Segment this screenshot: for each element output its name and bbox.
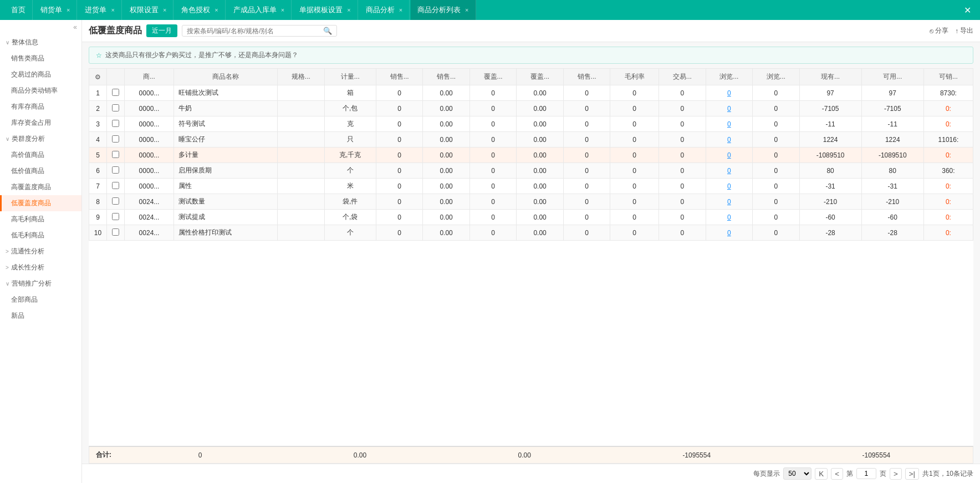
- sidebar-item-低毛利商品[interactable]: 低毛利商品: [0, 227, 81, 243]
- sidebar-item-高覆盖度商品[interactable]: 高覆盖度商品: [0, 179, 81, 195]
- sidebar-item-全部商品[interactable]: 全部商品: [0, 292, 81, 308]
- row-checkbox[interactable]: [112, 120, 119, 127]
- close-tab-icon[interactable]: ×: [111, 7, 114, 13]
- cell-browse1[interactable]: 0: [706, 116, 752, 132]
- page-input[interactable]: [856, 468, 876, 479]
- cell-checkbox[interactable]: [107, 210, 125, 225]
- sidebar-item-高毛利商品[interactable]: 高毛利商品: [0, 211, 81, 227]
- col-header-sales_amt[interactable]: 销售...: [423, 69, 469, 85]
- cell-browse1[interactable]: 0: [706, 148, 752, 163]
- export-button[interactable]: ↑ 导出: [955, 26, 973, 35]
- cell-checkbox[interactable]: [107, 85, 125, 101]
- row-checkbox[interactable]: [112, 213, 119, 220]
- col-header-code[interactable]: 商...: [125, 69, 174, 85]
- nav-tab-角色授权[interactable]: 角色授权×: [175, 0, 225, 20]
- filter-period-button[interactable]: 近一月: [146, 24, 177, 37]
- nav-tab-权限设置[interactable]: 权限设置×: [123, 0, 173, 20]
- cell-name: 属性: [173, 179, 277, 194]
- nav-tab-商品分析列表[interactable]: 商品分析列表×: [411, 0, 476, 20]
- table-container[interactable]: ⚙商...商品名称规格...计量...销售...销售...覆盖...覆盖...销…: [89, 68, 973, 446]
- col-header-usable_stock[interactable]: 可用...: [861, 69, 923, 85]
- sidebar-item-低价值商品[interactable]: 低价值商品: [0, 163, 81, 179]
- prev-page-button[interactable]: <: [831, 468, 843, 480]
- sidebar-section-流通性分析[interactable]: >流通性分析: [0, 243, 81, 260]
- sidebar-section-整体信息[interactable]: ∨整体信息: [0, 34, 81, 50]
- cell-browse1[interactable]: 0: [706, 163, 752, 179]
- cell-checkbox[interactable]: [107, 163, 125, 179]
- cell-browse1[interactable]: 0: [706, 210, 752, 225]
- col-header-checkbox[interactable]: [107, 69, 125, 85]
- col-header-cover1[interactable]: 覆盖...: [469, 69, 516, 85]
- cell-checkbox[interactable]: [107, 116, 125, 132]
- nav-tab-首页[interactable]: 首页: [4, 0, 33, 20]
- row-checkbox[interactable]: [112, 166, 119, 174]
- sidebar-item-交易过的商品[interactable]: 交易过的商品: [0, 67, 81, 83]
- share-button[interactable]: ⎋ 分享: [930, 26, 948, 35]
- close-tab-icon[interactable]: ×: [67, 7, 70, 13]
- row-checkbox[interactable]: [112, 182, 119, 189]
- table-row: 40000...睡宝公仔只00.0000.0000000122412241101…: [89, 132, 973, 148]
- row-checkbox[interactable]: [112, 89, 119, 96]
- sidebar-item-销售类商品[interactable]: 销售类商品: [0, 50, 81, 67]
- nav-tab-销货单[interactable]: 销货单×: [34, 0, 77, 20]
- arrow-icon: >: [6, 248, 9, 255]
- col-header-cover2[interactable]: 覆盖...: [517, 69, 563, 85]
- row-checkbox[interactable]: [112, 151, 119, 158]
- sidebar-item-库存资金占用[interactable]: 库存资金占用: [0, 115, 81, 131]
- col-header-sales_qty[interactable]: 销售...: [376, 69, 422, 85]
- close-tab-icon[interactable]: ×: [281, 7, 284, 13]
- sidebar-item-新品[interactable]: 新品: [0, 308, 81, 324]
- cell-browse1[interactable]: 0: [706, 101, 752, 116]
- col-header-sales_other[interactable]: 销售...: [563, 69, 610, 85]
- cell-browse1[interactable]: 0: [706, 225, 752, 241]
- nav-tab-产成品入库单[interactable]: 产成品入库单×: [227, 0, 292, 20]
- next-page-button[interactable]: >: [890, 468, 902, 480]
- sidebar-item-有库存商品[interactable]: 有库存商品: [0, 99, 81, 115]
- cell-checkbox[interactable]: [107, 194, 125, 210]
- last-page-button[interactable]: >|: [905, 468, 919, 480]
- close-tab-icon[interactable]: ×: [215, 7, 218, 13]
- nav-tab-单据模板设置[interactable]: 单据模板设置×: [293, 0, 358, 20]
- col-header-spec[interactable]: 规格...: [278, 69, 324, 85]
- cell-checkbox[interactable]: [107, 225, 125, 241]
- row-checkbox[interactable]: [112, 228, 119, 236]
- row-checkbox[interactable]: [112, 135, 119, 143]
- sidebar-section-成长性分析[interactable]: >成长性分析: [0, 260, 81, 276]
- sidebar-section-营销推广分析[interactable]: ∨营销推广分析: [0, 276, 81, 292]
- close-tab-icon[interactable]: ×: [163, 7, 166, 13]
- sidebar-toggle-button[interactable]: «: [0, 20, 81, 34]
- per-page-select[interactable]: 2050100200: [783, 467, 811, 480]
- sidebar-item-高价值商品[interactable]: 高价值商品: [0, 147, 81, 163]
- first-page-button[interactable]: K: [815, 468, 828, 480]
- col-header-browse1[interactable]: 浏览...: [706, 69, 752, 85]
- close-tab-icon[interactable]: ×: [465, 7, 468, 13]
- col-header-sellable[interactable]: 可销...: [923, 69, 973, 85]
- nav-tab-进货单[interactable]: 进货单×: [78, 0, 121, 20]
- col-header-current_stock[interactable]: 现有...: [799, 69, 861, 85]
- close-tab-icon[interactable]: ×: [399, 7, 402, 13]
- nav-tab-商品分析[interactable]: 商品分析×: [359, 0, 410, 20]
- cell-checkbox[interactable]: [107, 101, 125, 116]
- sidebar-section-类群度分析[interactable]: ∨类群度分析: [0, 131, 81, 147]
- col-header-browse2[interactable]: 浏览...: [753, 69, 799, 85]
- cell-checkbox[interactable]: [107, 132, 125, 148]
- col-header-trade[interactable]: 交易...: [659, 69, 706, 85]
- cell-checkbox[interactable]: [107, 148, 125, 163]
- close-tab-icon[interactable]: ×: [347, 7, 350, 13]
- search-input[interactable]: [187, 27, 323, 35]
- cell-checkbox[interactable]: [107, 179, 125, 194]
- sidebar-item-低覆盖度商品[interactable]: 低覆盖度商品: [0, 195, 81, 211]
- sidebar-item-商品分类动销率[interactable]: 商品分类动销率: [0, 83, 81, 99]
- col-header-settings[interactable]: ⚙: [89, 69, 107, 85]
- col-header-unit[interactable]: 计量...: [324, 69, 376, 85]
- row-checkbox[interactable]: [112, 197, 119, 205]
- col-header-name[interactable]: 商品名称: [173, 69, 277, 85]
- cell-browse1[interactable]: 0: [706, 85, 752, 101]
- col-header-gross_rate[interactable]: 毛利率: [610, 69, 659, 85]
- cell-browse1[interactable]: 0: [706, 179, 752, 194]
- close-all-button[interactable]: ✕: [959, 5, 976, 16]
- cell-browse1[interactable]: 0: [706, 132, 752, 148]
- cell-code: 0000...: [125, 85, 174, 101]
- row-checkbox[interactable]: [112, 104, 119, 111]
- cell-browse1[interactable]: 0: [706, 194, 752, 210]
